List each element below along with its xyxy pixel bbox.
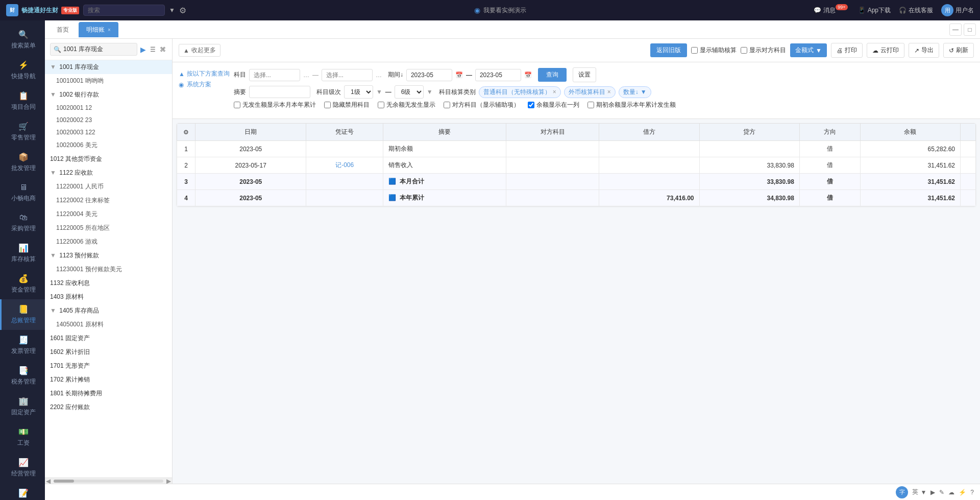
account-arrow-icon[interactable]: ▶ bbox=[140, 45, 146, 54]
checkbox-hide-unused[interactable]: 隐藏禁用科目 bbox=[324, 101, 370, 109]
sidebar-item-finance[interactable]: 💰 资金管理 bbox=[0, 269, 45, 299]
tree-item-11220004[interactable]: 11220004 美元 bbox=[45, 207, 172, 221]
sidebar-item-tax[interactable]: 📑 税务管理 bbox=[0, 361, 45, 391]
tree-item-10020003[interactable]: 10020003 122 bbox=[45, 126, 172, 138]
tree-item-1602[interactable]: 1602 累计折旧 bbox=[45, 345, 172, 359]
amount-style-btn[interactable]: 金额式 ▼ bbox=[790, 43, 827, 57]
filter-tag-normal-close[interactable]: × bbox=[553, 88, 556, 96]
status-cloud-btn[interactable]: ☁ bbox=[948, 489, 954, 496]
tree-item-14050001[interactable]: 14050001 原材料 bbox=[45, 318, 172, 331]
sidebar-item-operation[interactable]: 📈 经营管理 bbox=[0, 453, 45, 483]
tree-item-1702[interactable]: 1702 累计摊销 bbox=[45, 373, 172, 387]
status-edit-btn[interactable]: ✎ bbox=[939, 489, 944, 496]
tree-item-10020001[interactable]: 10020001 12 bbox=[45, 102, 172, 114]
filter-level-to[interactable]: 6级5级4级 bbox=[395, 85, 424, 99]
lang-item[interactable]: 英 ▼ bbox=[912, 488, 926, 496]
checkbox-no-balance-input[interactable] bbox=[234, 102, 240, 108]
export-btn[interactable]: ↗ 导出 bbox=[909, 43, 939, 58]
tree-item-11220002[interactable]: 11220002 往来标签 bbox=[45, 194, 172, 207]
tree-item-11220005[interactable]: 11220005 所在地区 bbox=[45, 221, 172, 235]
tab-detail[interactable]: 明细账 × bbox=[79, 22, 118, 37]
online-service-item[interactable]: 🎧 在线客服 bbox=[899, 6, 933, 15]
sidebar-item-search[interactable]: 🔍 搜索菜单 bbox=[0, 25, 45, 55]
tree-item-1002[interactable]: ▼ 1002 银行存款 bbox=[45, 88, 172, 102]
topbar-demo[interactable]: ◉ 我要看实例演示 bbox=[474, 6, 526, 15]
status-play-btn[interactable]: ▶ bbox=[930, 489, 935, 496]
filter-period-from[interactable] bbox=[406, 69, 452, 81]
row-voucher-2[interactable]: 记-006 bbox=[306, 157, 383, 174]
tree-item-1001[interactable]: ▼ 1001 库存现金 bbox=[45, 60, 172, 74]
scrollbar-track[interactable] bbox=[54, 480, 163, 483]
user-item[interactable]: 用 用户名 bbox=[941, 4, 974, 16]
status-lightning-btn[interactable]: ⚡ bbox=[959, 489, 966, 496]
filter-tag-foreign-close[interactable]: × bbox=[607, 88, 611, 96]
show-aux-checkbox[interactable]: 显示辅助核算 bbox=[691, 46, 737, 55]
print-btn[interactable]: 🖨 打印 bbox=[831, 43, 863, 58]
tree-item-1601[interactable]: 1601 固定资产 bbox=[45, 331, 172, 345]
sidebar-item-quicknav[interactable]: ⚡ 快捷导航 bbox=[0, 55, 45, 86]
tree-item-11220006[interactable]: 11220006 游戏 bbox=[45, 235, 172, 249]
tree-item-1403[interactable]: 1403 原材料 bbox=[45, 290, 172, 304]
tree-item-11230001[interactable]: 11230001 预付账款美元 bbox=[45, 263, 172, 276]
tree-item-1012[interactable]: 1012 其他货币资金 bbox=[45, 152, 172, 166]
sidebar-item-general[interactable]: 📒 总账管理 bbox=[0, 299, 45, 330]
settings-icon[interactable]: ⚙ bbox=[179, 6, 186, 15]
return-old-btn[interactable]: 返回旧版 bbox=[650, 43, 687, 57]
filter-collapse-btn[interactable]: ▲ 按以下方案查询 bbox=[179, 69, 230, 78]
sidebar-item-invoice[interactable]: 🧾 发票管理 bbox=[0, 330, 45, 361]
sidebar-item-wholesale[interactable]: 📦 批发管理 bbox=[0, 147, 45, 178]
notification-item[interactable]: 💬 消息 99+ bbox=[814, 6, 849, 15]
voucher-link-2[interactable]: 记-006 bbox=[335, 161, 354, 169]
topbar-search-input[interactable] bbox=[83, 5, 165, 16]
show-aux-input[interactable] bbox=[691, 47, 698, 54]
collapse-more-btn[interactable]: ▲ 收起更多 bbox=[179, 44, 220, 57]
tab-home[interactable]: 首页 bbox=[49, 22, 77, 37]
sidebar-item-assets[interactable]: 🏢 固定资产 bbox=[0, 391, 45, 422]
filter-level-from[interactable]: 1级2级3级 bbox=[344, 85, 373, 99]
checkbox-opening-ytd-input[interactable] bbox=[587, 102, 594, 108]
refresh-btn[interactable]: ↺ 刷新 bbox=[943, 43, 974, 58]
show-contra-input[interactable] bbox=[741, 47, 747, 54]
filter-period-to[interactable] bbox=[475, 69, 521, 81]
checkbox-contra-show-input[interactable] bbox=[444, 102, 450, 108]
scroll-left-icon[interactable]: ◀ bbox=[45, 478, 52, 484]
tree-item-1405[interactable]: ▼ 1405 库存商品 bbox=[45, 304, 172, 318]
tree-item-1801[interactable]: 1801 长期待摊费用 bbox=[45, 387, 172, 400]
checkbox-no-balance-show-input[interactable] bbox=[378, 102, 384, 108]
tree-item-10020002[interactable]: 10020002 23 bbox=[45, 114, 172, 126]
status-help-btn[interactable]: ? bbox=[970, 489, 974, 496]
sidebar-item-project[interactable]: 📋 项目合同 bbox=[0, 86, 45, 116]
checkbox-opening-ytd[interactable]: 期初余额显示本年累计发生额 bbox=[587, 101, 676, 109]
checkbox-hide-unused-input[interactable] bbox=[324, 102, 331, 108]
topbar-dropdown-icon[interactable]: ▼ bbox=[169, 7, 175, 14]
filter-settings-btn[interactable]: 设置 bbox=[573, 67, 596, 82]
translate-btn[interactable]: 字 bbox=[896, 486, 908, 498]
tab-close-icon[interactable]: × bbox=[108, 27, 111, 33]
tree-item-1122[interactable]: ▼ 1122 应收款 bbox=[45, 166, 172, 180]
checkbox-contra-show[interactable]: 对方科目（显示辅助项） bbox=[444, 101, 520, 109]
filter-account-end-input[interactable] bbox=[322, 69, 373, 81]
sidebar-item-salary[interactable]: 💵 工资 bbox=[0, 422, 45, 453]
sidebar-item-purchase[interactable]: 🛍 采购管理 bbox=[0, 208, 45, 238]
query-btn[interactable]: 查询 bbox=[538, 68, 567, 82]
filter-account-input[interactable] bbox=[249, 69, 300, 81]
checkbox-balance-one-col-input[interactable] bbox=[528, 102, 534, 108]
tree-item-1132[interactable]: 1132 应收利息 bbox=[45, 276, 172, 290]
period-calendar-end-icon[interactable]: 📅 bbox=[524, 72, 532, 79]
panel-list-icon[interactable]: ☰ bbox=[149, 45, 157, 54]
show-contra-checkbox[interactable]: 显示对方科目 bbox=[741, 46, 786, 55]
tree-item-2202[interactable]: 2202 应付账款 bbox=[45, 400, 172, 414]
sidebar-item-ecommerce[interactable]: 🖥 小畅电商 bbox=[0, 178, 45, 208]
tree-item-1701[interactable]: 1701 无形资产 bbox=[45, 359, 172, 373]
account-search-bar[interactable]: 🔍 1001 库存现金 bbox=[50, 43, 137, 56]
tree-item-11220001[interactable]: 11220001 人民币 bbox=[45, 180, 172, 194]
sidebar-item-retail[interactable]: 🛒 零售管理 bbox=[0, 116, 45, 147]
checkbox-no-balance-show[interactable]: 无余额无发生显示 bbox=[378, 101, 435, 109]
app-download-item[interactable]: 📱 App下载 bbox=[858, 6, 891, 15]
filter-summary-input[interactable] bbox=[249, 86, 310, 98]
tree-item-1123[interactable]: ▼ 1123 预付账款 bbox=[45, 249, 172, 263]
sidebar-item-sales[interactable]: 📝 小畅报销 bbox=[0, 483, 45, 500]
cloud-print-btn[interactable]: ☁ 云打印 bbox=[867, 43, 904, 58]
period-calendar-icon[interactable]: 📅 bbox=[455, 72, 463, 79]
checkbox-balance-one-col[interactable]: 余额显示在一列 bbox=[528, 101, 579, 109]
